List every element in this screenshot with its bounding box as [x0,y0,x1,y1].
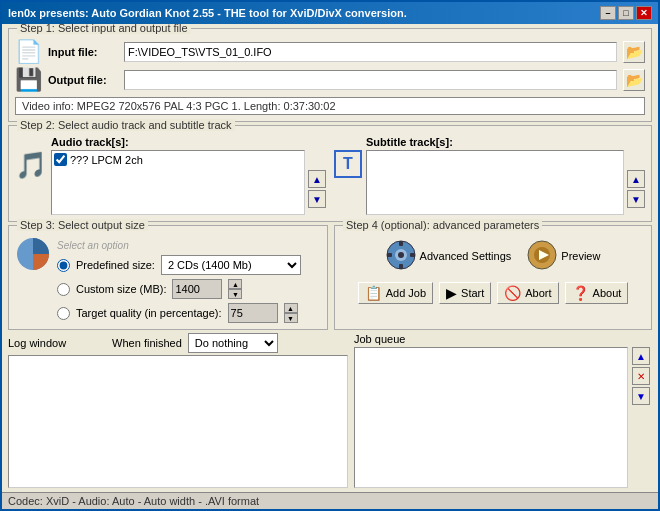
audio-track-list[interactable]: ??? LPCM 2ch [51,150,305,215]
status-bar: Codec: XviD - Audio: Auto - Auto width -… [2,492,658,509]
title-bar: len0x presents: Auto Gordian Knot 2.55 -… [2,2,658,24]
job-queue-list[interactable] [354,347,628,488]
target-radio[interactable] [57,307,70,320]
input-file-label: Input file: [48,46,118,58]
video-info-bar: Video info: MPEG2 720x576 PAL 4:3 PGC 1.… [15,97,645,115]
main-window: len0x presents: Auto Gordian Knot 2.55 -… [0,0,660,511]
subtitle-track-label: Subtitle track[s]: [366,136,645,148]
audio-track-checkbox[interactable] [54,153,67,166]
advanced-settings-button[interactable]: Advanced Settings [386,240,512,272]
custom-spin-up[interactable]: ▲ [228,279,242,289]
step1-label: Step 1: Select input and output file [17,24,191,34]
add-job-icon: 📋 [365,285,382,301]
about-icon: ❓ [572,285,589,301]
step2-label: Step 2: Select audio track and subtitle … [17,119,235,131]
abort-icon: 🚫 [504,285,521,301]
output-browse-button[interactable]: 📂 [623,69,645,91]
audio-down-button[interactable]: ▼ [308,190,326,208]
subtitle-icon: T [334,150,362,178]
audio-track-item[interactable]: ??? LPCM 2ch [54,153,302,166]
svg-rect-5 [399,264,403,269]
title-bar-buttons: – □ ✕ [600,6,652,20]
custom-spin-down[interactable]: ▼ [228,289,242,299]
window-title: len0x presents: Auto Gordian Knot 2.55 -… [8,7,407,19]
when-finished-label: When finished [112,337,182,349]
audio-icon: 🎵 [15,150,47,181]
abort-button[interactable]: 🚫 Abort [497,282,558,304]
input-file-field[interactable] [124,42,617,62]
abort-label: Abort [525,287,551,299]
output-file-field[interactable] [124,70,617,90]
preview-button[interactable]: Preview [527,240,600,272]
custom-row: Custom size (MB): ▲ ▼ [57,279,301,299]
advanced-settings-label: Advanced Settings [420,250,512,262]
gear-icon [386,240,416,272]
target-value-input[interactable] [228,303,278,323]
subtitle-track-list[interactable] [366,150,624,215]
audio-up-button[interactable]: ▲ [308,170,326,188]
maximize-button[interactable]: □ [618,6,634,20]
audio-arrows: ▲ ▼ [308,150,326,208]
input-browse-button[interactable]: 📂 [623,41,645,63]
target-spin-up[interactable]: ▲ [284,303,298,313]
custom-radio[interactable] [57,283,70,296]
audio-track-text: ??? LPCM 2ch [70,154,143,166]
job-delete-button[interactable]: ✕ [632,367,650,385]
folder-open-icon: 📂 [626,44,643,60]
custom-label: Custom size (MB): [76,283,166,295]
log-panel: Log window When finished Do nothing Shut… [8,333,348,488]
job-up-button[interactable]: ▲ [632,347,650,365]
step1-group: Step 1: Select input and output file 📄 I… [8,28,652,122]
log-job-row: Log window When finished Do nothing Shut… [8,333,652,488]
about-label: About [593,287,622,299]
step2-group: Step 2: Select audio track and subtitle … [8,125,652,222]
predefined-select[interactable]: 2 CDs (1400 Mb) 1 CD (700 Mb) [161,255,301,275]
log-header: Log window When finished Do nothing Shut… [8,333,348,353]
film-icon [527,240,557,272]
advanced-preview-section: Advanced Settings Preview [341,240,645,272]
job-queue-label: Job queue [354,333,628,345]
subtitle-down-button[interactable]: ▼ [627,190,645,208]
output-file-icon: 💾 [15,67,42,93]
job-down-button[interactable]: ▼ [632,387,650,405]
subtitle-up-button[interactable]: ▲ [627,170,645,188]
size-option-group: Select an option Predefined size: 2 CDs … [57,240,301,323]
start-icon: ▶ [446,285,457,301]
svg-rect-4 [399,241,403,246]
audio-track-section: ??? LPCM 2ch ▲ ▼ [51,150,326,215]
main-content: Step 1: Select input and output file 📄 I… [2,24,658,492]
log-label: Log window [8,337,66,349]
when-finished-select[interactable]: Do nothing Shutdown Hibernate Stand by [188,333,278,353]
step3-4-row: Step 3: Select output size Select an opt… [8,225,652,330]
about-button[interactable]: ❓ About [565,282,629,304]
start-button[interactable]: ▶ Start [439,282,491,304]
log-textarea[interactable] [8,355,348,488]
job-queue-arrows: ▲ ✕ ▼ [632,347,650,405]
target-label: Target quality (in percentage): [76,307,222,319]
output-file-label: Output file: [48,74,118,86]
target-row: Target quality (in percentage): ▲ ▼ [57,303,301,323]
select-option-label: Select an option [57,240,301,251]
action-buttons-row: 📋 Add Job ▶ Start 🚫 Abort ❓ About [341,280,645,306]
preview-label: Preview [561,250,600,262]
svg-point-3 [398,252,404,258]
predefined-row: Predefined size: 2 CDs (1400 Mb) 1 CD (7… [57,255,301,275]
close-button[interactable]: ✕ [636,6,652,20]
svg-rect-7 [410,253,415,257]
step4-label: Step 4 (optional): advanced parameters [343,219,542,231]
pie-chart-icon [15,236,51,274]
subtitle-arrows: ▲ ▼ [627,150,645,208]
target-spinner: ▲ ▼ [284,303,298,323]
step3-group: Step 3: Select output size Select an opt… [8,225,328,330]
step3-label: Step 3: Select output size [17,219,148,231]
svg-rect-6 [387,253,392,257]
step4-group: Step 4 (optional): advanced parameters [334,225,652,330]
start-label: Start [461,287,484,299]
target-spin-down[interactable]: ▼ [284,313,298,323]
minimize-button[interactable]: – [600,6,616,20]
folder-save-icon: 📂 [626,72,643,88]
predefined-radio[interactable] [57,259,70,272]
input-file-icon: 📄 [15,39,42,65]
add-job-button[interactable]: 📋 Add Job [358,282,433,304]
custom-value-input[interactable] [172,279,222,299]
